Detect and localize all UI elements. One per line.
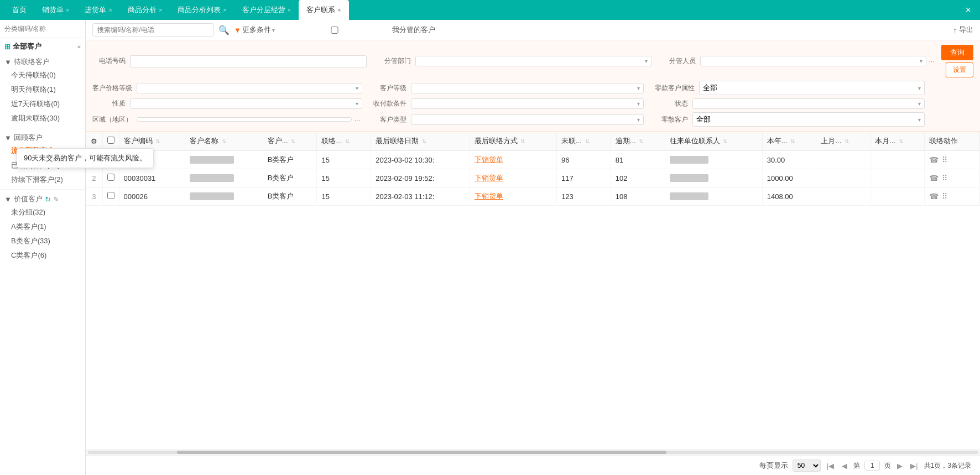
more-conditions-button[interactable]: ▼ 更多条件 ▾ xyxy=(234,25,275,35)
sidebar-item-tomorrow[interactable]: 明天待联络(1) xyxy=(0,82,85,97)
review-customers-section[interactable]: ▼ 回顾客户 xyxy=(0,131,85,144)
row-code-1: 00030031 xyxy=(119,169,185,187)
action-more-icon-2[interactable]: ⠿ xyxy=(942,192,947,201)
region-select[interactable] xyxy=(137,117,352,122)
sort-name-icon[interactable]: ⇅ xyxy=(222,138,226,144)
action-contact-icon-0[interactable]: ☎ xyxy=(929,155,939,164)
sort-last-way-icon[interactable]: ⇅ xyxy=(520,138,525,144)
sidebar-search-input[interactable] xyxy=(4,25,86,33)
action-contact-icon-2[interactable]: ☎ xyxy=(929,192,939,201)
export-button[interactable]: ↑ 导出 xyxy=(953,25,974,35)
prev-page-button[interactable]: ◀ xyxy=(840,462,849,470)
close-window-button[interactable]: × xyxy=(961,4,976,16)
payment-select[interactable]: ▾ xyxy=(411,98,643,109)
table-row: 3 000026 B类客户 15 2023-02-03 11:12: 下销货单 … xyxy=(86,187,980,206)
region-label: 区域（地区） xyxy=(92,115,132,124)
refresh-icon[interactable]: ↻ xyxy=(45,195,51,203)
sort-last-date-icon[interactable]: ⇅ xyxy=(422,138,426,144)
row-way-2[interactable]: 下销货单 xyxy=(470,187,556,206)
close-purchase-tab[interactable]: × xyxy=(108,7,112,13)
query-button[interactable]: 查询 xyxy=(941,45,973,60)
close-sales-tab[interactable]: × xyxy=(66,7,69,13)
pending-contact-section[interactable]: ▼ 待联络客户 xyxy=(0,55,85,68)
nav-item-customer-contact[interactable]: 客户联系 × xyxy=(299,0,348,20)
customer-type-chevron-icon: ▾ xyxy=(637,117,640,123)
sidebar-item-today[interactable]: 今天待联络(0) xyxy=(0,68,85,82)
select-all-checkbox[interactable] xyxy=(107,137,114,144)
close-analysis-tab[interactable]: × xyxy=(159,7,162,13)
value-customers-section[interactable]: ▼ 价值客户 ↻ ✎ xyxy=(0,192,85,205)
sort-this-year-icon[interactable]: ⇅ xyxy=(790,138,795,144)
row-checkbox-input-2[interactable] xyxy=(107,192,114,199)
phone-input[interactable] xyxy=(130,55,367,67)
close-customer-contact-tab[interactable]: × xyxy=(337,7,341,13)
sort-type-icon[interactable]: ⇅ xyxy=(291,138,295,144)
all-customers-header[interactable]: ⊞ 全部客户 « xyxy=(0,38,85,55)
zero-customer-select[interactable]: 全部 ▾ xyxy=(692,112,925,127)
sidebar-search-box: 🔍 xyxy=(0,20,85,38)
sort-this-month-icon[interactable]: ⇅ xyxy=(899,138,903,144)
first-page-button[interactable]: |◀ xyxy=(825,462,836,470)
close-analysis-list-tab[interactable]: × xyxy=(223,7,226,13)
search-input[interactable] xyxy=(92,23,214,36)
sort-last-month-icon[interactable]: ⇅ xyxy=(845,138,849,144)
row-way-1[interactable]: 下销货单 xyxy=(470,169,556,187)
page-size-select[interactable]: 50 100 200 xyxy=(793,460,821,472)
sort-contact-person-icon[interactable]: ⇅ xyxy=(723,138,727,144)
row-checkbox-input-1[interactable] xyxy=(107,174,114,181)
nav-item-sales[interactable]: 销货单 × xyxy=(34,0,77,20)
section-arrow-pending: ▼ xyxy=(4,58,12,66)
search-button[interactable]: 🔍 xyxy=(218,25,230,35)
my-customers-checkbox-input[interactable] xyxy=(279,27,390,34)
person-label: 分管人员 xyxy=(663,56,696,66)
sidebar-item-7days[interactable]: 近7天待联络(0) xyxy=(0,97,85,111)
sidebar-item-declining[interactable]: 持续下滑客户(2) xyxy=(0,173,85,187)
row-checkbox-1[interactable] xyxy=(102,169,119,187)
sidebar-item-overdue[interactable]: 逾期未联络(30) xyxy=(0,111,85,126)
sidebar-item-a-class[interactable]: A类客户(1) xyxy=(0,220,85,234)
action-contact-icon-1[interactable]: ☎ xyxy=(929,174,939,182)
last-page-button[interactable]: ▶| xyxy=(909,462,919,470)
row-checkbox-2[interactable] xyxy=(102,187,119,206)
person-select[interactable]: ▾ xyxy=(700,56,926,66)
nature-select[interactable]: ▾ xyxy=(130,98,362,109)
customer-table: ⚙ 客户编码 ⇅ 客户名称 ⇅ 客户... xyxy=(86,132,980,206)
table-footer: 每页显示 50 100 200 |◀ ◀ 第 1 页 ▶ ▶| 共1页，3条记录 xyxy=(86,456,980,475)
sort-code-icon[interactable]: ⇅ xyxy=(155,138,160,144)
zero-attr-select[interactable]: 全部 ▾ xyxy=(699,81,925,95)
horizontal-scrollbar[interactable] xyxy=(86,449,980,456)
edit-icon[interactable]: ✎ xyxy=(53,195,59,203)
status-select[interactable]: ▾ xyxy=(692,98,925,109)
payment-chevron-icon: ▾ xyxy=(637,101,640,107)
price-level-field: 客户价格等级 ▾ xyxy=(92,83,362,93)
next-page-button[interactable]: ▶ xyxy=(895,462,904,470)
row-way-0[interactable]: 下销货单 xyxy=(470,151,556,169)
nav-item-analysis-list[interactable]: 商品分析列表 × xyxy=(170,0,234,20)
nav-item-analysis[interactable]: 商品分析 × xyxy=(120,0,170,20)
sidebar-item-b-class[interactable]: B类客户(33) xyxy=(0,234,85,248)
price-level-select[interactable]: ▾ xyxy=(137,83,362,93)
nav-item-home[interactable]: 首页 xyxy=(4,0,34,20)
sort-not-contact-icon[interactable]: ⇅ xyxy=(585,138,590,144)
nav-item-customer-segment[interactable]: 客户分层经营 × xyxy=(234,0,299,20)
sort-overdue-icon[interactable]: ⇅ xyxy=(639,138,643,144)
scrollbar-thumb[interactable] xyxy=(177,451,666,454)
dept-select[interactable]: ▾ xyxy=(415,56,652,66)
current-page-input[interactable]: 1 xyxy=(864,461,880,471)
sort-contact-num-icon[interactable]: ⇅ xyxy=(345,138,350,144)
nav-item-purchase[interactable]: 进货单 × xyxy=(77,0,119,20)
row-overdue-2: 108 xyxy=(611,187,665,206)
sidebar-item-ungroup[interactable]: 未分组(32) xyxy=(0,205,85,220)
action-more-icon-0[interactable]: ⠿ xyxy=(942,155,947,164)
sidebar-item-c-class[interactable]: C类客户(6) xyxy=(0,248,85,263)
customer-type-select[interactable]: ▾ xyxy=(411,114,643,125)
person-more-dots[interactable]: ··· xyxy=(926,57,937,65)
action-more-icon-1[interactable]: ⠿ xyxy=(942,174,947,182)
settings-button[interactable]: 设置 xyxy=(946,62,973,77)
my-customers-checkbox[interactable]: 我分管的客户 xyxy=(279,25,435,35)
row-person-1 xyxy=(665,169,762,187)
close-customer-segment-tab[interactable]: × xyxy=(288,7,291,13)
region-more-dots[interactable]: ··· xyxy=(352,116,362,124)
advanced-filter-panel: 电话号码 分管部门 ▾ 分管人员 ▾ ··· xyxy=(86,40,980,132)
customer-level-select[interactable]: ▾ xyxy=(411,83,643,93)
